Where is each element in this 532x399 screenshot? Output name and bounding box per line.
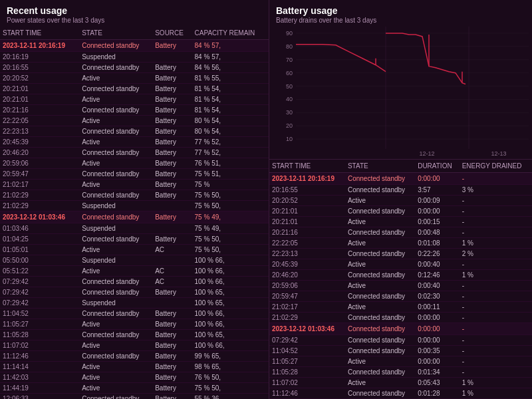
table-row: 20:16:55 Connected standby 3:57 3 % [269,185,532,196]
cell-date: 2023-12-12 01:03:46 [0,211,79,223]
cell-energy: - [460,367,532,378]
cell-state: Active [345,217,415,227]
cell-source: Battery [152,84,192,94]
left-header: Recent usage Power states over the last … [0,0,269,27]
cell-source: Battery [152,94,192,105]
cell-state: Suspended [79,223,152,234]
cell-state: Connected standby [79,190,152,201]
cell-capacity: 81 % 55, [192,73,269,84]
cell-time: 11:04:52 [269,346,345,356]
cell-capacity: 75 % 50, [192,234,269,245]
cell-time: 11:44:19 [0,383,79,394]
cell-time: 11:05:27 [269,356,345,367]
cell-duration: 0:00:09 [415,196,459,206]
svg-text:20: 20 [286,122,293,129]
svg-text:12-13: 12-13 [491,150,506,157]
cell-time: 05:51:22 [0,266,79,277]
cell-energy: 1 % [460,378,532,388]
cell-capacity: 75 % 51, [192,169,269,180]
cell-state: Connected standby [79,351,152,362]
table-row: 01:03:46 Suspended 75 % 49, [0,223,269,234]
cell-duration: 0:00:00 [415,356,459,367]
cell-state: Connected standby [79,148,152,158]
cell-capacity: 100 % 66, [192,309,269,319]
cell-time: 20:59:06 [269,281,345,291]
cell-time: 20:59:06 [0,158,79,169]
table-row: 11:05:27 Active Battery 100 % 66, [0,319,269,330]
table-row: 20:21:01 Connected standby 0:00:00 - [269,206,532,217]
cell-state: Connected standby [79,63,152,73]
cell-duration: 0:01:08 [415,238,459,249]
table-row: 11:05:28 Connected standby 0:01:34 - [269,367,532,378]
cell-state: Active [79,362,152,372]
cell-capacity: 75 % [192,180,269,190]
svg-text:80: 80 [286,43,293,50]
cell-energy: 2 % [460,249,532,259]
cell-energy: - [460,227,532,238]
cell-state: Connected standby [79,309,152,319]
cell-time: 20:45:39 [0,137,79,148]
cell-state: Active [79,340,152,351]
cell-capacity: 80 % 54, [192,116,269,126]
cell-state: Active [79,73,152,84]
cell-duration: 0:02:30 [415,291,459,302]
left-table-container[interactable]: START TIME STATE SOURCE CAPACITY REMAIN … [0,27,269,399]
cell-state: Connected standby [79,277,152,287]
cell-state: Active [345,259,415,270]
cell-energy: - [460,217,532,227]
cell-time: 11:05:27 [0,319,79,330]
cell-time: 21:02:29 [0,201,79,211]
table-row: 2023-12-12 01:03:46 Connected standby Ba… [0,211,269,223]
cell-time: 20:46:20 [0,148,79,158]
cell-state: Connected standby [79,126,152,137]
table-row: 05:51:22 Active AC 100 % 66, [0,266,269,277]
cell-state: Active [79,94,152,105]
cell-energy: 1 % [460,388,532,399]
cell-duration: 0:00:00 [415,173,459,185]
cell-state: Connected standby [345,313,415,323]
cell-time: 01:05:01 [0,245,79,255]
col-start-time: START TIME [0,27,79,40]
cell-state: Active [79,116,152,126]
cell-time: 07:29:42 [0,287,79,298]
cell-time: 22:23:13 [0,126,79,137]
table-row: 21:02:17 Active 0:00:11 - [269,302,532,313]
table-row: 20:59:06 Active Battery 76 % 51, [0,158,269,169]
cell-energy: 1 % [460,270,532,281]
cell-time: 01:03:46 [0,223,79,234]
cell-time: 05:50:00 [0,255,79,266]
cell-duration: 0:12:46 [415,270,459,281]
cell-energy: - [460,346,532,356]
cell-state: Connected standby [79,169,152,180]
cell-duration: 0:00:00 [415,206,459,217]
cell-source: Battery [152,40,192,52]
cell-time: 20:21:01 [269,206,345,217]
cell-energy: - [460,313,532,323]
cell-capacity: 100 % 66, [192,277,269,287]
table-row: 07:29:42 Suspended 100 % 65, [0,298,269,309]
table-row: 07:29:42 Connected standby AC 100 % 66, [0,277,269,287]
cell-time: 11:12:46 [269,388,345,399]
table-row: 20:21:01 Active Battery 81 % 54, [0,94,269,105]
table-row: 11:44:19 Active Battery 75 % 50, [0,383,269,394]
cell-energy: - [460,335,532,346]
right-table: START TIME STATE DURATION ENERGY DRAINED… [269,160,532,399]
cell-capacity: 75 % 49, [192,223,269,234]
cell-source: Battery [152,105,192,116]
cell-energy: - [460,302,532,313]
table-row: 22:23:13 Connected standby Battery 80 % … [0,126,269,137]
cell-capacity: 84 % 57, [192,40,269,52]
cell-time: 21:02:29 [269,313,345,323]
cell-capacity: 77 % 52, [192,148,269,158]
cell-time: 11:05:28 [0,330,79,340]
cell-capacity: 100 % 66, [192,255,269,266]
table-row: 20:21:16 Connected standby Battery 81 % … [0,105,269,116]
cell-energy: - [460,356,532,367]
cell-energy: - [460,291,532,302]
cell-time: 20:16:55 [0,63,79,73]
cell-source [152,298,192,309]
cell-state: Connected standby [345,249,415,259]
table-row: 20:21:16 Connected standby 0:00:48 - [269,227,532,238]
cell-time: 20:59:47 [269,291,345,302]
right-table-container[interactable]: START TIME STATE DURATION ENERGY DRAINED… [269,160,532,399]
